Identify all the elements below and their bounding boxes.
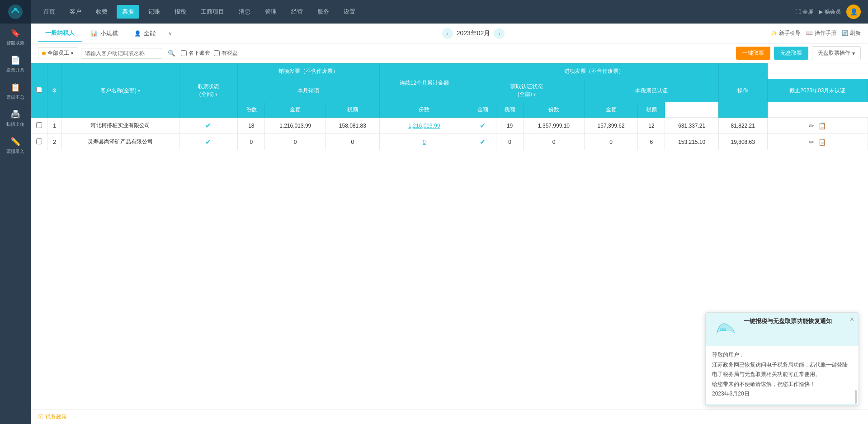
status-filter-icon[interactable]: ▾ (215, 92, 217, 97)
sidebar-logo (0, 0, 31, 24)
date-prev-button[interactable]: ‹ (442, 28, 453, 39)
row2-view-icon[interactable]: 📋 (818, 138, 826, 146)
nav-bookkeeping[interactable]: 记账 (143, 5, 165, 19)
refresh-button[interactable]: 🔄 刷新 (842, 29, 861, 37)
search-button[interactable]: 🔍 (166, 49, 177, 57)
row2-fetch-check-icon: ✔ (480, 138, 486, 146)
row1-pc-count: 19 (496, 118, 524, 134)
notification-footer (706, 404, 859, 405)
tax-policy-link[interactable]: ⓘ 税务政策 (38, 413, 67, 421)
date-next-button[interactable]: › (494, 28, 505, 39)
no-disk-fetch-button[interactable]: 无盘取票 (774, 47, 808, 60)
nav-customer[interactable]: 客户 (64, 5, 87, 19)
row2-s-tax: 0 (326, 134, 380, 150)
row2-edit-icon[interactable]: ✏ (809, 138, 814, 146)
row1-customer: 河北柯搭桩实业有限公司 (62, 118, 179, 134)
row2-pu-amount: 153,215.10 (665, 134, 719, 150)
nav-invoice[interactable]: 票据 (117, 5, 139, 19)
row2-pc-tax: 0 (584, 134, 638, 150)
row1-check (31, 118, 47, 134)
small-scale-icon: 📊 (91, 30, 98, 37)
th-cumulative: 连续12个月累计金额 (379, 64, 469, 102)
one-click-fetch-button[interactable]: 一键取票 (736, 47, 770, 60)
table-row: 1 河北柯搭桩实业有限公司 ✔ 18 1,216,013.99 158,081.… (31, 118, 868, 134)
sidebar-item-scan-upload[interactable]: 🖨️ 扫描上传 (0, 105, 31, 132)
row2-check (31, 134, 47, 150)
row2-num: 2 (47, 134, 62, 150)
fullscreen-button[interactable]: ⛶ 全屏 (795, 8, 813, 16)
notification-popup: tEa 一键报税与无盘取票功能恢复通知 × 尊敬的用户： 江苏政务网已恢复访问电… (705, 312, 859, 406)
employee-select[interactable]: 全部员工 ▾ (38, 47, 77, 59)
th-purchase-uncert: 截止2023年03月未认证 (767, 79, 868, 102)
row2-status-check-icon: ✔ (205, 138, 211, 146)
row2-cumulative[interactable]: 0 (379, 134, 469, 150)
nav-management[interactable]: 管理 (259, 5, 282, 19)
nav-collection[interactable]: 收费 (90, 5, 113, 19)
notification-body-text: 江苏政务网已恢复访问电子税务局功能，易代账一键登陆电子税务局与无盘取票相关功能可… (712, 360, 852, 380)
row2-actions: ✏ 📋 (767, 134, 868, 150)
sidebar-item-data-entry[interactable]: ✏️ 票据录入 (0, 132, 31, 159)
row2-status: ✔ (179, 134, 238, 150)
row1-fetch-status: ✔ (469, 118, 496, 134)
customer-filter-icon[interactable]: ▾ (138, 88, 140, 93)
notification-img: tEa (712, 317, 739, 341)
nav-operation[interactable]: 经营 (286, 5, 308, 19)
notification-scroll: 尊敬的用户： 江苏政务网已恢复访问电子税务局功能，易代账一键登陆电子税务局与无盘… (706, 346, 859, 404)
tax-policy-icon: ⓘ (38, 413, 43, 421)
employee-dropdown-icon: ▾ (71, 51, 73, 56)
no-disk-ops-button[interactable]: 无盘取票操作 ▾ (812, 46, 861, 60)
sidebar-item-invoice-summary[interactable]: 📋 票据汇总 (0, 78, 31, 105)
tab-all[interactable]: 👤 全能 (127, 26, 163, 41)
tab-general-taxpayer[interactable]: 一般纳税人 (38, 25, 82, 42)
tab-small-scale[interactable]: 📊 小规模 (84, 26, 125, 41)
notification-close-button[interactable]: × (850, 315, 854, 324)
nav-business[interactable]: 工商项目 (195, 5, 230, 19)
th-s-amount: 金额 (265, 102, 326, 118)
notification-greeting: 尊敬的用户： (712, 350, 852, 360)
search-input[interactable] (81, 48, 162, 59)
nav-service[interactable]: 服务 (312, 5, 335, 19)
accounts-checkbox[interactable] (181, 50, 187, 56)
nav-tax[interactable]: 报税 (169, 5, 192, 19)
row1-pu-amount: 631,337.21 (665, 118, 719, 134)
row1-edit-icon[interactable]: ✏ (809, 122, 814, 129)
th-month-sales: 本月销项 (238, 79, 379, 102)
row2-pc-count: 0 (496, 134, 524, 150)
svg-point-2 (717, 331, 735, 338)
invoice-table: ⚙ 客户名称(全部) ▾ 取票状态(全部) ▾ 销项发票（不含作废票） (31, 63, 868, 150)
fetch-status-filter-icon[interactable]: ▾ (533, 92, 536, 97)
row1-checkbox[interactable] (36, 122, 42, 128)
th-purchase-current: 本税期已认证 (584, 79, 718, 102)
settings-icon[interactable]: ⚙ (52, 87, 57, 94)
row2-checkbox[interactable] (36, 138, 42, 144)
avatar[interactable]: 👤 (846, 5, 861, 19)
date-nav: ‹ 2023年02月 › (442, 28, 505, 39)
checkbox-label-accounts[interactable]: 名下账套 (181, 49, 210, 57)
row1-pc-tax: 157,399.62 (584, 118, 638, 134)
nav-home[interactable]: 首页 (38, 5, 61, 19)
date-label: 2023年02月 (457, 29, 491, 38)
notification-title: 一键报税与无盘取票功能恢复通知 (744, 317, 852, 325)
notification-header: tEa 一键报税与无盘取票功能恢复通知 × (706, 313, 859, 346)
svg-point-1 (14, 8, 17, 10)
sidebar-item-issue-invoice[interactable]: 📄 发票开具 (0, 51, 31, 78)
row1-view-icon[interactable]: 📋 (818, 122, 826, 129)
notification-scrollbar (855, 390, 857, 404)
row1-cumulative[interactable]: 1,216,013.99 (379, 118, 469, 134)
select-all-checkbox[interactable] (36, 87, 42, 93)
topnav: 首页 客户 收费 票据 记账 报税 工商项目 消息 管理 经营 服务 设置 ⛶ … (31, 0, 868, 24)
member-button[interactable]: ▶ 畅会员 (819, 8, 841, 16)
checkbox-label-taxdisk[interactable]: 有税盘 (214, 49, 238, 57)
new-guide-link[interactable]: ✨ 新手引导 (771, 29, 801, 37)
row1-status-check-icon: ✔ (205, 122, 211, 129)
manual-link[interactable]: 📖 操作手册 (806, 29, 836, 37)
sidebar-item-smart-fetch[interactable]: 🔖 智能取票 (0, 24, 31, 51)
row2-pc-amount: 0 (524, 134, 585, 150)
taxdisk-checkbox[interactable] (214, 50, 220, 56)
tab-more[interactable]: ∨ (165, 29, 176, 38)
nav-message[interactable]: 消息 (233, 5, 256, 19)
nav-settings[interactable]: 设置 (338, 5, 361, 19)
entry-icon: ✏️ (10, 137, 20, 147)
svg-point-0 (8, 5, 23, 19)
th-fetch-status: 获取认证状态(全部) ▾ (469, 79, 585, 102)
